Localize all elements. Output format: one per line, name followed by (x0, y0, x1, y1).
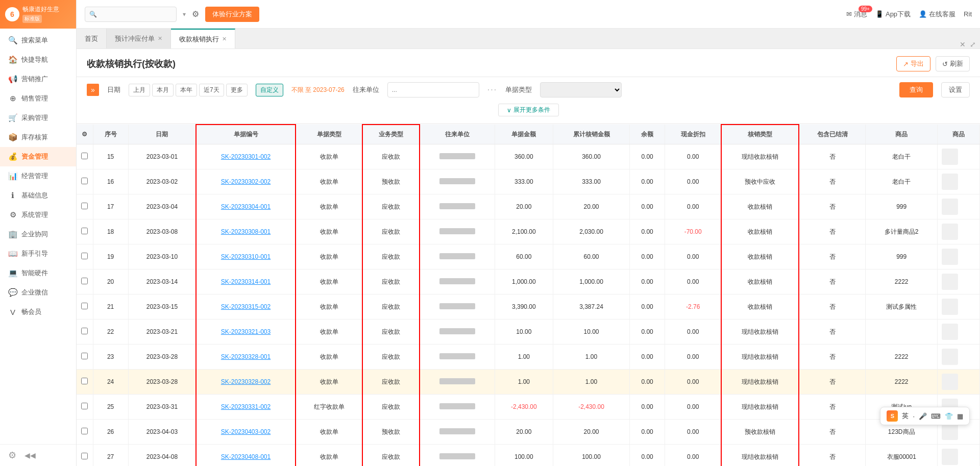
row-checkbox[interactable] (81, 353, 88, 359)
table-row: 20 2023-03-14 SK-20230314-001 收款单 应收款 1,… (77, 269, 980, 295)
cell-checkbox[interactable] (77, 295, 93, 320)
sidebar-item-system[interactable]: ⚙系统管理 (0, 205, 76, 225)
cell-bill-no[interactable]: SK-20230302-002 (196, 169, 296, 194)
sidebar-item-basic[interactable]: ℹ基础信息 (0, 186, 76, 205)
date-option-近7天[interactable]: 近7天 (199, 84, 224, 96)
expand-filter-btn[interactable]: ∨ 展开更多条件 (498, 104, 559, 116)
topbar-actions: ✉ 消息 99+ 📱 App下载 👤 在线客服 Rit (846, 10, 972, 19)
tab-prepay[interactable]: 预计冲应付单✕ (107, 29, 171, 48)
cell-bill-type: 收款单 (296, 269, 363, 295)
row-checkbox[interactable] (81, 178, 88, 184)
maximize-icon[interactable]: ⤢ (970, 40, 976, 48)
row-checkbox[interactable] (81, 428, 88, 434)
cell-bill-no[interactable]: SK-20230321-003 (196, 320, 296, 345)
online-service-btn[interactable]: 👤 在线客服 (919, 10, 955, 19)
sidebar-item-hardware[interactable]: 💻智能硬件 (0, 263, 76, 283)
cell-goods: 衣服00001 (866, 445, 938, 467)
cell-checkbox[interactable] (77, 169, 93, 194)
cell-checkbox[interactable] (77, 269, 93, 295)
sidebar-item-sales[interactable]: ⊕销售管理 (0, 89, 76, 108)
cell-bill-no[interactable]: SK-20230310-001 (196, 244, 296, 269)
settings-button[interactable]: 设置 (941, 82, 970, 97)
row-checkbox[interactable] (81, 278, 88, 284)
collapse-icon[interactable]: ◀◀ (24, 451, 36, 459)
sidebar-item-guide[interactable]: 📖新手引导 (0, 244, 76, 263)
cell-bill-no[interactable]: SK-20230308-001 (196, 219, 296, 244)
cell-checkbox[interactable] (77, 144, 93, 169)
cell-checkbox[interactable] (77, 420, 93, 445)
row-checkbox[interactable] (81, 403, 88, 409)
floating-bar-mic[interactable]: 🎤 (919, 412, 927, 420)
cell-bill-no[interactable]: SK-20230328-002 (196, 370, 296, 395)
cell-checkbox[interactable] (77, 370, 93, 395)
cell-checkbox[interactable] (77, 194, 93, 219)
expand-icon: ∨ (507, 107, 511, 114)
tab-close-collection[interactable]: ✕ (222, 36, 227, 42)
tab-home[interactable]: 首页 (77, 29, 107, 48)
cell-bill-no[interactable]: SK-20230408-001 (196, 445, 296, 467)
date-option-上月[interactable]: 上月 (129, 84, 150, 96)
sidebar-item-member[interactable]: V畅会员 (0, 302, 76, 322)
row-checkbox[interactable] (81, 203, 88, 209)
cell-amount: 10.00 (495, 320, 553, 345)
sidebar-item-operations[interactable]: 📊经营管理 (0, 166, 76, 186)
cell-bill-no[interactable]: SK-20230328-001 (196, 345, 296, 370)
sidebar-item-inventory[interactable]: 📦库存核算 (0, 128, 76, 147)
row-checkbox[interactable] (81, 328, 88, 334)
filter-ellipsis: ··· (487, 85, 497, 94)
messages-btn[interactable]: ✉ 消息 99+ (846, 10, 867, 19)
filter-toggle-btn[interactable]: » (87, 84, 99, 96)
col-setting[interactable]: ⚙ (77, 125, 93, 144)
export-button[interactable]: ↗ 导出 (896, 56, 930, 71)
topbar-dropdown-arrow[interactable]: ▾ (183, 11, 186, 18)
row-checkbox[interactable] (81, 303, 88, 309)
partner-filter-input[interactable] (387, 82, 479, 97)
date-option-更多[interactable]: 更多 (226, 84, 248, 96)
date-option-本年[interactable]: 本年 (176, 84, 197, 96)
floating-bar-shirt[interactable]: 👕 (945, 412, 953, 420)
cell-bill-no[interactable]: SK-20230331-002 (196, 395, 296, 420)
solution-button[interactable]: 体验行业方案 (205, 7, 259, 22)
sidebar-item-marketing[interactable]: 📢营销推广 (0, 69, 76, 89)
doc-type-filter-select[interactable] (540, 82, 622, 97)
cell-total-cancel: 60.00 (553, 244, 629, 269)
query-button[interactable]: 查询 (899, 82, 933, 97)
cell-checkbox[interactable] (77, 219, 93, 244)
row-checkbox[interactable] (81, 253, 88, 259)
sidebar-item-quicknav[interactable]: 🏠快捷导航 (0, 50, 76, 69)
cell-checkbox[interactable] (77, 395, 93, 420)
row-checkbox[interactable] (81, 153, 88, 159)
tab-collection[interactable]: 收款核销执行✕ (171, 29, 235, 48)
row-checkbox[interactable] (81, 228, 88, 234)
date-custom-btn[interactable]: 自定义 (256, 84, 283, 96)
user-name[interactable]: Rit (964, 10, 972, 18)
date-option-本月[interactable]: 本月 (152, 84, 174, 96)
app-download-btn[interactable]: 📱 App下载 (875, 10, 911, 19)
cell-bill-no[interactable]: SK-20230403-002 (196, 420, 296, 445)
col-amount: 单据金额 (495, 125, 553, 144)
sidebar-item-search[interactable]: 🔍搜索菜单 (0, 31, 76, 50)
cell-bill-no[interactable]: SK-20230314-001 (196, 269, 296, 295)
settings-icon[interactable]: ⚙ (8, 450, 16, 461)
row-checkbox[interactable] (81, 378, 88, 384)
topbar-gear-icon[interactable]: ⚙ (192, 9, 199, 19)
cell-checkbox[interactable] (77, 445, 93, 467)
sidebar-item-wechat[interactable]: 💬企业微信 (0, 283, 76, 302)
refresh-button[interactable]: ↺ 刷新 (936, 56, 970, 71)
topbar-search-box[interactable]: 🔍 (85, 7, 177, 22)
sidebar-item-finance[interactable]: 💰资金管理 (0, 147, 76, 166)
cell-checkbox[interactable] (77, 244, 93, 269)
cell-bill-no[interactable]: SK-20230301-002 (196, 144, 296, 169)
cell-checkbox[interactable] (77, 345, 93, 370)
tab-close-prepay[interactable]: ✕ (158, 35, 162, 42)
col-goods-img: 商品 (938, 125, 980, 144)
floating-bar-grid[interactable]: ▦ (957, 412, 963, 420)
cell-bill-no[interactable]: SK-20230304-001 (196, 194, 296, 219)
sidebar-item-enterprise[interactable]: 🏢企业协同 (0, 225, 76, 244)
floating-bar-keyboard[interactable]: ⌨ (931, 412, 941, 420)
cell-bill-no[interactable]: SK-20230315-002 (196, 295, 296, 320)
sidebar-item-purchase[interactable]: 🛒采购管理 (0, 108, 76, 128)
cell-checkbox[interactable] (77, 320, 93, 345)
close-window-icon[interactable]: ✕ (960, 40, 966, 48)
row-checkbox[interactable] (81, 453, 88, 459)
